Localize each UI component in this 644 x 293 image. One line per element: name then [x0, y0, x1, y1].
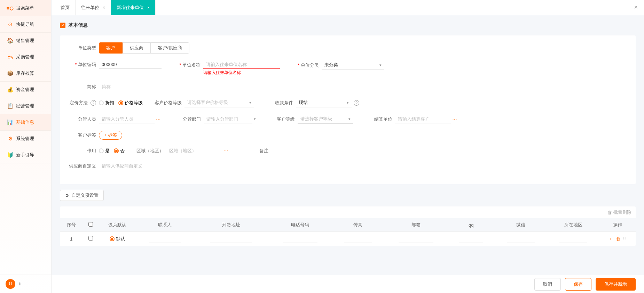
region-table-input[interactable]	[559, 235, 587, 243]
batch-delete-btn[interactable]: 🗑 批量删除	[607, 209, 631, 215]
disabled-row: 停用 是 否 区	[68, 147, 627, 155]
tab-new-contact[interactable]: 新增往来单位 ×	[111, 0, 156, 15]
tab-contacts-close[interactable]: ×	[103, 5, 105, 10]
dept-input[interactable]	[204, 115, 252, 123]
supplier-custom-input[interactable]	[99, 162, 168, 170]
row-checkbox[interactable]	[88, 236, 93, 241]
sidebar-item-guide[interactable]: 🔰 新手引导	[0, 147, 51, 163]
pricing-option-discount[interactable]: 折扣	[99, 100, 114, 106]
main-area: 首页 往来单位 × 新增往来单位 × × P 基本信息 单位类型 客户 供应商	[52, 0, 644, 293]
inventory-icon: 📦	[7, 70, 13, 76]
settlement-more-btn[interactable]: ···	[451, 116, 458, 122]
sidebar-item-quicknav[interactable]: ⊙ 快捷导航	[0, 16, 51, 33]
unit-name-field-wrap: 单位名称 请输入往来单位名称	[173, 60, 280, 76]
customer-price-level-select[interactable]: 请选择客户价格等级 ▾	[184, 98, 254, 107]
level-chevron: ▾	[348, 117, 351, 121]
customer-level-select[interactable]: 请选择客户等级 ▾	[298, 114, 353, 124]
tab-home[interactable]: 首页	[55, 0, 76, 15]
tab-contacts[interactable]: 往来单位 ×	[76, 0, 111, 15]
sidebar-item-label: 经营管理	[16, 103, 34, 109]
customer-level-placeholder: 请选择客户等级	[300, 116, 347, 122]
pricing-help-icon[interactable]: ?	[91, 100, 96, 106]
custom-settings-btn[interactable]: ⚙ 自定义项设置	[60, 190, 104, 201]
supplier-custom-label: 供应商自定义	[68, 163, 96, 169]
disabled-no[interactable]: 否	[114, 148, 125, 154]
table-row: 1 默认	[60, 232, 636, 246]
disabled-yes[interactable]: 是	[99, 148, 110, 154]
sidebar-item-label: 系统管理	[16, 136, 34, 142]
level-label: 价格等级	[125, 100, 143, 106]
cell-checkbox	[83, 232, 99, 246]
phone-input[interactable]	[283, 235, 317, 243]
region-label: 区域（地区）	[136, 148, 164, 154]
payment-terms-select[interactable]: 现结 ▾	[296, 98, 352, 107]
col-contact: 联系人	[136, 218, 194, 232]
supervisor-more-btn[interactable]: ···	[155, 116, 162, 122]
sidebar-item-finance[interactable]: 💰 资金管理	[0, 82, 51, 98]
sidebar: ≡Q 搜索菜单 ⊙ 快捷导航 🏠 销售管理 🛍 采购管理 📦 库存核算 💰 资金…	[0, 0, 52, 293]
type-btn-customer[interactable]: 客户	[99, 42, 123, 54]
unit-name-error: 请输入往来单位名称	[203, 70, 280, 76]
save-button[interactable]: 保存	[565, 278, 591, 291]
unit-name-field: 单位名称	[173, 60, 280, 69]
row-default-radio[interactable]	[110, 236, 115, 241]
sidebar-item-sales[interactable]: 🏠 销售管理	[0, 33, 51, 49]
operations-icon: 📋	[7, 103, 13, 109]
sidebar-extra: ⬆	[18, 282, 22, 286]
sidebar-item-system[interactable]: ⚙ 系统管理	[0, 131, 51, 147]
region-more-btn[interactable]: ···	[222, 148, 229, 154]
drag-handle[interactable]: ⠿	[623, 236, 626, 242]
unit-name-input[interactable]	[203, 60, 280, 69]
qq-input[interactable]	[459, 235, 483, 243]
bottom-bar: 取消 保存 保存并新增	[52, 275, 644, 293]
sidebar-item-basics[interactable]: 📊 基础信息	[0, 114, 51, 131]
finance-icon: 💰	[7, 87, 13, 93]
unit-type-label: 单位类型	[68, 45, 96, 51]
cancel-button[interactable]: 取消	[534, 278, 561, 291]
region-input[interactable]	[166, 147, 222, 155]
sidebar-item-search[interactable]: ≡Q 搜索菜单	[0, 0, 51, 16]
tag-add-btn[interactable]: + 标签	[99, 131, 122, 140]
sidebar-item-inventory[interactable]: 📦 库存核算	[0, 65, 51, 82]
disabled-radio-group: 是 否	[99, 148, 125, 154]
contact-input[interactable]	[149, 235, 181, 243]
tab-home-label: 首页	[61, 5, 70, 11]
col-phone: 电话号码	[268, 218, 331, 232]
supervisor-input[interactable]	[99, 115, 155, 123]
remark-input[interactable]	[271, 147, 376, 155]
col-action: 操作	[599, 218, 636, 232]
fax-input[interactable]	[344, 235, 372, 243]
email-input[interactable]	[399, 235, 433, 243]
type-btn-both[interactable]: 客户/供应商	[151, 42, 189, 54]
discount-label: 折扣	[105, 100, 114, 106]
sidebar-item-operations[interactable]: 📋 经营管理	[0, 98, 51, 114]
settlement-input[interactable]	[395, 115, 451, 123]
cell-wechat	[495, 232, 547, 246]
col-region: 所在地区	[547, 218, 600, 232]
pricing-radio-group: 折扣 价格等级	[99, 100, 143, 106]
payment-help-icon[interactable]: ?	[354, 100, 359, 106]
save-and-new-button[interactable]: 保存并新增	[596, 278, 636, 291]
type-btn-group: 客户 供应商 客户/供应商	[99, 42, 189, 54]
cell-default: 默认	[99, 232, 136, 246]
chevron-down-icon: ▾	[249, 100, 251, 105]
wechat-input[interactable]	[507, 235, 535, 243]
pricing-option-level[interactable]: 价格等级	[118, 100, 143, 106]
window-close-btn[interactable]: ×	[631, 4, 641, 11]
supervisor-row: 分管人员 ··· 分管部门 ▾ 客户等级 请选择客户等级 ▾	[68, 114, 627, 124]
delete-row-btn[interactable]: 🗑	[616, 236, 620, 242]
abbrev-input[interactable]	[99, 83, 168, 91]
contact-table-section: 🗑 批量删除 序号 设为默认 联系人 到货地址 电话号码 传真 邮箱 qq	[60, 206, 636, 246]
unit-category-select[interactable]: 未分类 ▾	[322, 60, 384, 70]
sidebar-item-purchase[interactable]: 🛍 采购管理	[0, 49, 51, 65]
dept-chevron: ▾	[254, 117, 256, 121]
type-btn-supplier[interactable]: 供应商	[123, 42, 151, 54]
no-label: 否	[120, 148, 125, 154]
form-area: 单位类型 客户 供应商 客户/供应商 单位编码 单位名称	[60, 35, 636, 184]
unit-code-input[interactable]	[99, 60, 162, 69]
select-all-checkbox[interactable]	[88, 222, 93, 227]
tab-new-contact-close[interactable]: ×	[147, 5, 150, 10]
add-row-btn[interactable]: +	[609, 236, 612, 242]
yes-label: 是	[105, 148, 110, 154]
address-input[interactable]	[210, 235, 252, 243]
